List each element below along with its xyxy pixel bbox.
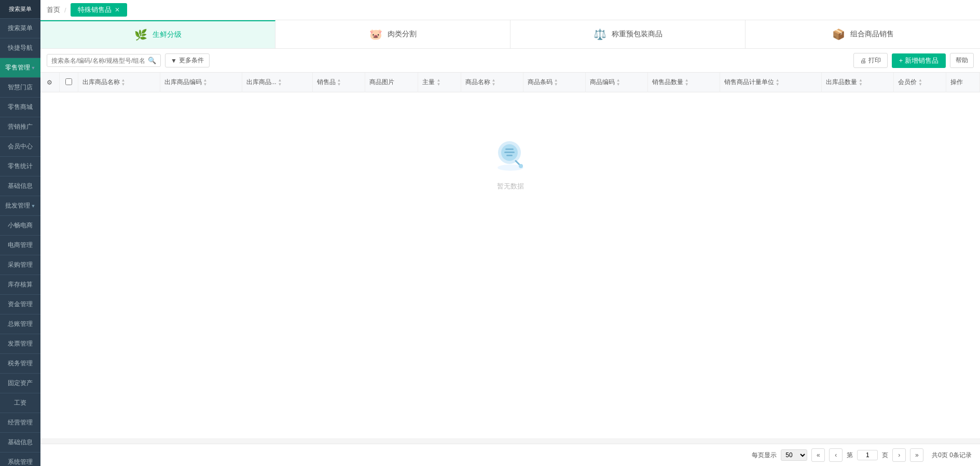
type-tab-icon-1: 🐷 [369, 28, 382, 40]
type-tab-3[interactable]: 📦组合商品销售 [746, 20, 980, 48]
sidebar-item-2[interactable]: 零售管理▼ [0, 58, 40, 78]
home-link[interactable]: 首页 [47, 5, 60, 15]
empty-illustration [490, 134, 531, 175]
sort-icons: ▲▼ [436, 78, 440, 87]
per-page-select[interactable]: 50 20 100 [781, 449, 807, 461]
help-button[interactable]: 帮助 [950, 53, 974, 68]
page-number-input[interactable] [857, 450, 878, 460]
main-content: 首页 / 特殊销售品 ✕ 🌿生鲜分级🐷肉类分割⚖️称重预包装商品📦组合商品销售 … [40, 0, 980, 466]
close-tab-icon[interactable]: ✕ [115, 6, 120, 13]
sidebar-item-12[interactable]: 采购管理 [0, 255, 40, 275]
col-header-settings: ⚙ [40, 73, 59, 92]
sidebar-item-16[interactable]: 发票管理 [0, 334, 40, 354]
sidebar-item-0[interactable]: 搜索菜单 [0, 19, 40, 38]
col-header-check [59, 73, 78, 92]
table-container: ⚙出库商品名称▲▼出库商品编码▲▼出库商品...▲▼销售品▲▼商品图片主量▲▼商… [40, 73, 980, 438]
sidebar-logo: 搜索菜单 [0, 0, 40, 19]
topbar: 首页 / 特殊销售品 ✕ [40, 0, 980, 20]
type-tab-label-2: 称重预包装商品 [612, 30, 662, 39]
sidebar-item-1[interactable]: 快捷导航 [0, 38, 40, 58]
sidebar-item-10[interactable]: 小畅电商 [0, 216, 40, 236]
type-tab-0[interactable]: 🌿生鲜分级 [40, 20, 275, 48]
col-header-out_qty[interactable]: 出库品数量▲▼ [821, 73, 893, 92]
chevron-down-icon: ▼ [31, 65, 36, 71]
col-header-weight[interactable]: 主量▲▼ [418, 73, 461, 92]
sidebar-item-22[interactable]: 系统管理 [0, 453, 40, 466]
toolbar: 🔍 ▼ 更多条件 🖨 打印 + 新增销售品 帮助 [40, 49, 980, 73]
sort-icons: ▲▼ [278, 78, 282, 87]
content-area: 🌿生鲜分级🐷肉类分割⚖️称重预包装商品📦组合商品销售 🔍 ▼ 更多条件 🖨 打印… [40, 20, 980, 466]
add-button[interactable]: + 新增销售品 [892, 53, 946, 68]
empty-state: 暂无数据 [40, 92, 980, 232]
sidebar-item-5[interactable]: 营销推广 [0, 117, 40, 137]
col-header-barcode[interactable]: 商品条码▲▼ [523, 73, 585, 92]
sidebar-item-6[interactable]: 会员中心 [0, 137, 40, 157]
settings-col-icon[interactable]: ⚙ [47, 79, 52, 86]
sidebar-item-7[interactable]: 零售统计 [0, 157, 40, 176]
sidebar-item-14[interactable]: 资金管理 [0, 295, 40, 314]
sidebar-item-21[interactable]: 基础信息 [0, 433, 40, 453]
type-tab-label-1: 肉类分割 [388, 30, 417, 39]
per-page-label: 每页显示 [752, 451, 777, 460]
sidebar-item-3[interactable]: 智慧门店 [0, 78, 40, 98]
active-tab[interactable]: 特殊销售品 ✕ [71, 3, 127, 17]
sort-icons: ▲▼ [859, 78, 863, 87]
pagination: 每页显示 50 20 100 « ‹ 第 页 › » 共0页 0条记录 [40, 444, 980, 466]
search-input[interactable] [51, 57, 145, 64]
page-suffix-label: 页 [882, 451, 888, 460]
svg-rect-3 [505, 148, 514, 150]
sidebar-item-19[interactable]: 工资 [0, 393, 40, 413]
col-header-name[interactable]: 商品名称▲▼ [461, 73, 523, 92]
toolbar-right: 🖨 打印 + 新增销售品 帮助 [853, 53, 974, 68]
sidebar-item-9[interactable]: 批发管理▼ [0, 196, 40, 216]
prev-page-button[interactable]: ‹ [829, 448, 843, 462]
col-header-code[interactable]: 商品编码▲▼ [585, 73, 647, 92]
type-tab-icon-2: ⚖️ [593, 28, 606, 40]
col-header-out_code[interactable]: 出库商品编码▲▼ [160, 73, 242, 92]
print-button[interactable]: 🖨 打印 [853, 53, 888, 68]
col-header-sale_qty[interactable]: 销售品数量▲▼ [647, 73, 720, 92]
col-header-image: 商品图片 [365, 73, 418, 92]
col-header-action: 操作 [946, 73, 980, 92]
print-icon: 🖨 [860, 57, 866, 64]
sidebar-item-18[interactable]: 固定资产 [0, 374, 40, 393]
sidebar-item-4[interactable]: 零售商城 [0, 98, 40, 117]
sidebar-item-11[interactable]: 电商管理 [0, 236, 40, 255]
first-page-icon: « [817, 451, 820, 459]
col-header-out_name[interactable]: 出库商品名称▲▼ [78, 73, 160, 92]
sort-icons: ▲▼ [685, 78, 689, 87]
sort-icons: ▲▼ [337, 78, 341, 87]
col-header-out_spec[interactable]: 出库商品...▲▼ [242, 73, 312, 92]
sidebar: 搜索菜单 搜索菜单快捷导航零售管理▼智慧门店零售商城营销推广会员中心零售统计基础… [0, 0, 40, 466]
search-box: 🔍 [47, 54, 161, 67]
search-icon[interactable]: 🔍 [148, 57, 156, 64]
type-tab-2[interactable]: ⚖️称重预包装商品 [510, 20, 746, 48]
filter-button[interactable]: ▼ 更多条件 [165, 53, 210, 67]
last-page-button[interactable]: » [910, 448, 923, 462]
type-tab-icon-3: 📦 [832, 28, 845, 40]
sidebar-item-17[interactable]: 税务管理 [0, 354, 40, 374]
data-table: ⚙出库商品名称▲▼出库商品编码▲▼出库商品...▲▼销售品▲▼商品图片主量▲▼商… [40, 73, 980, 92]
col-header-member_price[interactable]: 会员价▲▼ [893, 73, 946, 92]
col-header-sale_item[interactable]: 销售品▲▼ [312, 73, 365, 92]
sort-icons: ▲▼ [492, 78, 496, 87]
sort-icons: ▲▼ [121, 78, 126, 87]
sidebar-item-8[interactable]: 基础信息 [0, 176, 40, 196]
type-tab-1[interactable]: 🐷肉类分割 [275, 20, 510, 48]
sidebar-item-20[interactable]: 经营管理 [0, 413, 40, 433]
page-prefix-label: 第 [847, 451, 853, 460]
col-header-sale_unit[interactable]: 销售商品计量单位▲▼ [720, 73, 821, 92]
svg-point-6 [519, 164, 523, 168]
sort-icons: ▲▼ [776, 78, 780, 87]
svg-rect-5 [506, 155, 513, 156]
filter-icon: ▼ [171, 57, 177, 64]
type-tabs: 🌿生鲜分级🐷肉类分割⚖️称重预包装商品📦组合商品销售 [40, 20, 980, 49]
sort-icons: ▲▼ [616, 78, 620, 87]
sort-icons: ▲▼ [554, 78, 558, 87]
first-page-button[interactable]: « [811, 448, 825, 462]
next-page-button[interactable]: › [892, 448, 906, 462]
sidebar-item-15[interactable]: 总账管理 [0, 314, 40, 334]
select-all-checkbox[interactable] [65, 78, 72, 85]
sidebar-item-13[interactable]: 库存核算 [0, 275, 40, 295]
horizontal-scrollbar[interactable] [40, 438, 980, 444]
